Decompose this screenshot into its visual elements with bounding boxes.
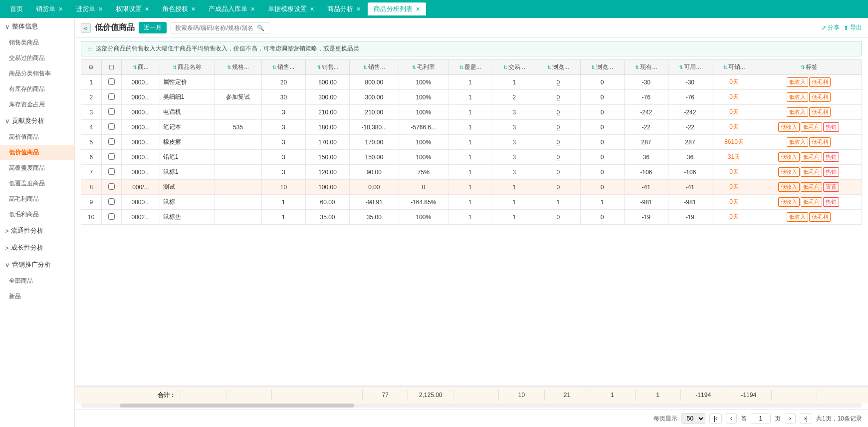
th-spec[interactable]: ⇅规格... — [215, 60, 261, 75]
th-gross-rate[interactable]: ⇅毛利率 — [399, 60, 448, 75]
row-checkbox[interactable] — [108, 123, 115, 130]
td-browse1[interactable]: 0 — [536, 120, 580, 135]
share-button[interactable]: ↗ 分享 — [821, 23, 840, 32]
th-browse1[interactable]: ⇅浏览... — [536, 60, 580, 75]
browse1-link[interactable]: 0 — [557, 139, 560, 146]
td-browse1[interactable]: 1 — [536, 195, 580, 210]
sidebar-item-traded-products[interactable]: 交易过的商品 — [0, 50, 74, 66]
th-tags[interactable]: ⇅标签 — [756, 60, 862, 75]
th-trade[interactable]: ⇅交易... — [492, 60, 536, 75]
nav-permission[interactable]: 权限设置 ✕ — [110, 2, 155, 15]
th-avail[interactable]: ⇅可用... — [668, 60, 712, 75]
browse1-link[interactable]: 0 — [557, 169, 560, 176]
td-checkbox[interactable] — [101, 195, 121, 210]
browse1-link[interactable]: 1 — [557, 199, 560, 206]
th-sales3[interactable]: ⇅销售... — [350, 60, 399, 75]
close-icon[interactable]: ✕ — [145, 6, 149, 12]
export-button[interactable]: ⬆ 导出 — [844, 23, 862, 32]
search-icon[interactable]: 🔍 — [257, 24, 264, 31]
th-settings[interactable]: ⚙ — [81, 60, 102, 75]
sidebar-item-new-products[interactable]: 新品 — [0, 289, 74, 304]
sidebar-item-low-margin[interactable]: 低毛利商品 — [0, 207, 74, 222]
search-input[interactable] — [175, 24, 255, 31]
th-stock[interactable]: ⇅现有... — [624, 60, 668, 75]
nav-template[interactable]: 单据模板设置 ✕ — [262, 2, 320, 15]
td-checkbox[interactable] — [101, 135, 121, 150]
page-number-input[interactable] — [751, 414, 771, 424]
th-saleable[interactable]: ⇅可销... — [712, 60, 756, 75]
td-checkbox[interactable] — [101, 150, 121, 165]
row-checkbox[interactable] — [108, 213, 115, 220]
browse1-link[interactable]: 0 — [557, 94, 560, 101]
last-page-button[interactable]: ›| — [800, 414, 812, 424]
scrollbar-thumb[interactable] — [120, 404, 354, 408]
horizontal-scrollbar[interactable] — [81, 404, 862, 408]
data-table-wrapper[interactable]: ⚙ ☐ ⇅商... ⇅商品名称 ⇅规格... ⇅销售... ⇅销售... ⇅销售… — [75, 59, 868, 386]
th-coverage[interactable]: ⇅覆盖... — [448, 60, 492, 75]
sidebar-item-low-value[interactable]: 低价值商品 — [0, 145, 74, 160]
row-checkbox[interactable] — [108, 168, 115, 175]
browse1-link[interactable]: 0 — [557, 154, 560, 161]
th-code[interactable]: ⇅商... — [121, 60, 160, 75]
nav-product-analysis-list[interactable]: 商品分析列表 ✕ — [368, 2, 426, 15]
th-sales1[interactable]: ⇅销售... — [261, 60, 305, 75]
row-checkbox[interactable] — [108, 78, 115, 85]
nav-product-analysis[interactable]: 商品分析 ✕ — [321, 2, 367, 15]
td-checkbox[interactable] — [101, 75, 121, 90]
row-checkbox[interactable] — [108, 153, 115, 160]
sidebar-item-high-coverage[interactable]: 高覆盖度商品 — [0, 160, 74, 176]
sidebar-item-low-coverage[interactable]: 低覆盖度商品 — [0, 176, 74, 191]
th-sales2[interactable]: ⇅销售... — [305, 60, 349, 75]
td-browse1[interactable]: 0 — [536, 75, 580, 90]
close-icon[interactable]: ✕ — [98, 6, 103, 12]
sidebar-item-high-margin[interactable]: 高毛利商品 — [0, 191, 74, 207]
row-checkbox[interactable] — [108, 183, 115, 190]
nav-purchase[interactable]: 进货单 ✕ — [70, 2, 109, 15]
sidebar-item-high-value[interactable]: 高价值商品 — [0, 129, 74, 145]
browse1-link[interactable]: 0 — [557, 79, 560, 86]
td-checkbox[interactable] — [101, 180, 121, 195]
th-name[interactable]: ⇅商品名称 — [160, 60, 215, 75]
collapse-button[interactable]: « — [81, 23, 91, 33]
row-checkbox[interactable] — [108, 198, 115, 205]
row-checkbox[interactable] — [108, 108, 115, 115]
th-browse2[interactable]: ⇅浏览... — [580, 60, 624, 75]
sidebar-item-stock-products[interactable]: 有库存的商品 — [0, 81, 74, 97]
sidebar-section-contribution[interactable]: ∨ 贡献度分析 — [0, 112, 74, 129]
browse1-link[interactable]: 0 — [557, 109, 560, 116]
sidebar-item-all-products[interactable]: 全部商品 — [0, 273, 74, 289]
next-page-button[interactable]: › — [785, 414, 796, 424]
td-checkbox[interactable] — [101, 90, 121, 105]
td-browse1[interactable]: 0 — [536, 135, 580, 150]
row-checkbox[interactable] — [108, 93, 115, 100]
nav-home[interactable]: 首页 — [4, 2, 29, 15]
browse1-link[interactable]: 0 — [557, 214, 560, 221]
close-icon[interactable]: ✕ — [58, 6, 63, 12]
prev-page-button[interactable]: ‹ — [726, 414, 737, 424]
close-icon[interactable]: ✕ — [356, 6, 361, 12]
close-icon[interactable]: ✕ — [191, 6, 196, 12]
browse1-link[interactable]: 0 — [557, 124, 560, 131]
th-checkbox[interactable]: ☐ — [101, 60, 121, 75]
close-icon[interactable]: ✕ — [416, 6, 420, 12]
td-browse1[interactable]: 0 — [536, 180, 580, 195]
td-checkbox[interactable] — [101, 105, 121, 120]
td-checkbox[interactable] — [101, 120, 121, 135]
sidebar-item-sales-products[interactable]: 销售类商品 — [0, 35, 74, 50]
td-checkbox[interactable] — [101, 165, 121, 180]
close-icon[interactable]: ✕ — [250, 6, 255, 12]
td-browse1[interactable]: 0 — [536, 150, 580, 165]
nav-product-in[interactable]: 产成品入库单 ✕ — [203, 2, 261, 15]
nav-sales[interactable]: 销货单 ✕ — [30, 2, 69, 15]
sidebar-section-circulation[interactable]: > 流通性分析 — [0, 222, 74, 239]
sidebar-item-category-rate[interactable]: 商品分类销售率 — [0, 66, 74, 81]
td-browse1[interactable]: 0 — [536, 105, 580, 120]
first-page-button[interactable]: |‹ — [709, 414, 722, 424]
sidebar-section-growth[interactable]: > 成长性分析 — [0, 239, 74, 256]
close-icon[interactable]: ✕ — [310, 6, 314, 12]
sidebar-item-stock-fund[interactable]: 库存资金占用 — [0, 97, 74, 112]
td-browse1[interactable]: 0 — [536, 210, 580, 225]
date-filter-button[interactable]: 近一月 — [139, 22, 167, 33]
td-checkbox[interactable] — [101, 210, 121, 225]
sidebar-section-marketing[interactable]: ∨ 营销推广分析 — [0, 256, 74, 273]
